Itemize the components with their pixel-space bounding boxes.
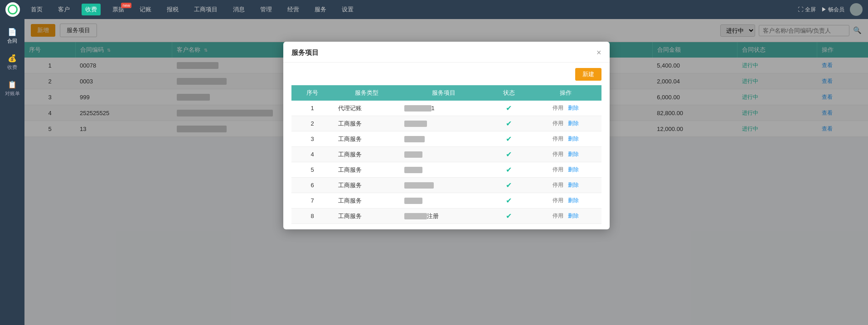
row-type: 工商服务 [334,116,400,131]
table-row: 2 工商服务 ✔ 停用 删除 [291,116,601,131]
app-logo [5,2,20,17]
modal-new-button[interactable]: 新建 [575,68,601,81]
row-seq: 1 [291,101,334,116]
row-status: ✔ [488,162,530,178]
row-seq: 7 [291,193,334,209]
row-type: 工商服务 [334,162,400,178]
delete-button[interactable]: 删除 [568,182,579,188]
stop-button[interactable]: 停用 [553,166,563,173]
delete-button[interactable]: 删除 [568,197,579,204]
nav-service[interactable]: 服务 [311,4,330,15]
modal-title: 服务项目 [291,49,319,57]
row-seq: 5 [291,162,334,178]
row-seq: 3 [291,131,334,147]
modal-col-seq: 序号 [291,85,334,101]
row-ops: 停用 删除 [530,193,601,209]
content-area: 新增 服务项目 进行中 已完成 已终止 🔍 序号 合同编 [24,19,868,325]
row-seq: 4 [291,147,334,162]
nav-business[interactable]: 工商项目 [190,4,221,15]
sidebar-item-contract[interactable]: 📄 合同 [0,24,24,48]
modal-table-header: 序号 服务类型 服务项目 状态 操作 [291,85,601,101]
nav-manage[interactable]: 管理 [257,4,276,15]
service-items-modal: 服务项目 × 新建 序号 服务类型 服务项目 [283,42,610,229]
nav-operation[interactable]: 经营 [284,4,303,15]
delete-button[interactable]: 删除 [568,136,579,142]
nav-bill[interactable]: 票据new [109,4,128,15]
nav-customer[interactable]: 客户 [54,4,73,15]
stop-button[interactable]: 停用 [553,120,563,126]
stop-button[interactable]: 停用 [553,105,563,111]
row-status: ✔ [488,147,530,162]
modal-col-item: 服务项目 [400,85,488,101]
service-items-table: 序号 服务类型 服务项目 状态 操作 1 代理记账 [291,85,601,224]
sidebar: 📄 合同 💰 收费 📋 对账单 [0,19,24,325]
member-btn[interactable]: ▶ 畅会员 [821,6,844,14]
sidebar-label-contract: 合同 [7,38,17,44]
sidebar-item-charge[interactable]: 💰 收费 [0,50,24,74]
row-ops: 停用 删除 [530,178,601,193]
modal-body: 新建 序号 服务类型 服务项目 状态 操作 [283,63,610,229]
table-row: 3 工商服务 ✔ 停用 删除 [291,131,601,147]
stop-button[interactable]: 停用 [553,151,563,157]
delete-button[interactable]: 删除 [568,105,579,111]
row-status: ✔ [488,116,530,131]
modal-toolbar: 新建 [291,68,601,81]
sidebar-item-reconcile[interactable]: 📋 对账单 [0,76,24,101]
avatar[interactable] [850,3,863,16]
fullscreen-btn[interactable]: ⛶ 全屏 [798,6,815,14]
delete-button[interactable]: 删除 [568,151,579,157]
table-row: 1 代理记账 1 ✔ 停用 删除 [291,101,601,116]
table-row: 7 工商服务 ✔ 停用 删除 [291,193,601,209]
stop-button[interactable]: 停用 [553,182,563,188]
main-layout: 📄 合同 💰 收费 📋 对账单 新增 服务项目 进行中 已完成 已终止 [0,19,868,325]
delete-button[interactable]: 删除 [568,166,579,173]
top-nav: 首页 客户 收费 票据new 记账 报税 工商项目 消息 管理 经营 服务 设置… [0,0,868,19]
delete-button[interactable]: 删除 [568,120,579,126]
nav-charge[interactable]: 收费 [82,4,101,15]
sidebar-label-charge: 收费 [7,64,17,71]
row-ops: 停用 删除 [530,209,601,224]
row-status: ✔ [488,193,530,209]
modal-col-type: 服务类型 [334,85,400,101]
nav-home[interactable]: 首页 [27,4,46,15]
nav-tax[interactable]: 报税 [163,4,182,15]
row-ops: 停用 删除 [530,101,601,116]
nav-settings[interactable]: 设置 [338,4,357,15]
table-row: 5 工商服务 ✔ 停用 删除 [291,162,601,178]
row-item [400,178,488,193]
row-type: 工商服务 [334,178,400,193]
row-item [400,162,488,178]
nav-message[interactable]: 消息 [229,4,248,15]
row-type: 工商服务 [334,131,400,147]
new-badge: new [121,3,131,8]
stop-button[interactable]: 停用 [553,136,563,142]
row-status: ✔ [488,209,530,224]
row-seq: 6 [291,178,334,193]
row-item: 1 [400,101,488,116]
nav-account[interactable]: 记账 [136,4,155,15]
nav-items: 首页 客户 收费 票据new 记账 报税 工商项目 消息 管理 经营 服务 设置 [27,4,798,15]
row-item [400,116,488,131]
modal-overlay: 服务项目 × 新建 序号 服务类型 服务项目 [24,19,868,325]
stop-button[interactable]: 停用 [553,213,563,219]
modal-table-wrapper: 序号 服务类型 服务项目 状态 操作 1 代理记账 [291,85,601,224]
modal-header: 服务项目 × [283,42,610,63]
row-item: 注册 [400,209,488,224]
charge-icon: 💰 [8,53,17,63]
row-seq: 8 [291,209,334,224]
row-item [400,193,488,209]
row-item [400,131,488,147]
contract-icon: 📄 [8,27,17,36]
table-row: 6 工商服务 ✔ 停用 删除 [291,178,601,193]
row-type: 工商服务 [334,147,400,162]
modal-col-status: 状态 [488,85,530,101]
row-ops: 停用 删除 [530,131,601,147]
delete-button[interactable]: 删除 [568,213,579,219]
table-row: 8 工商服务 注册 ✔ 停用 删除 [291,209,601,224]
modal-close-button[interactable]: × [596,48,601,58]
row-type: 工商服务 [334,193,400,209]
stop-button[interactable]: 停用 [553,197,563,204]
reconcile-icon: 📋 [8,80,17,89]
row-ops: 停用 删除 [530,162,601,178]
row-status: ✔ [488,178,530,193]
